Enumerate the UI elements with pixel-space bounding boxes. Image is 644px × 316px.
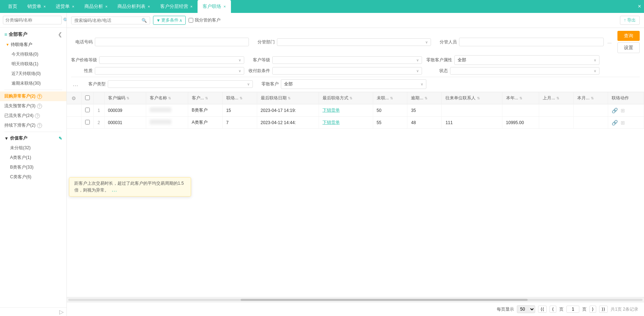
scrollbar-thumb[interactable] xyxy=(241,299,528,301)
payment-select[interactable]: ∨ xyxy=(272,67,422,75)
window-close-button[interactable]: × xyxy=(638,3,641,10)
sidebar-all-customers[interactable]: ≡ 全部客户 ❮ xyxy=(0,29,66,40)
gear-icon[interactable]: ⚙ xyxy=(71,95,76,101)
sidebar-item-tomorrow[interactable]: 明天待联络(1) xyxy=(1,59,66,69)
th-settings[interactable]: ⚙ xyxy=(67,92,81,104)
sort-icon-this-year[interactable]: ⇅ xyxy=(519,96,522,100)
row2-select-checkbox[interactable] xyxy=(85,120,90,124)
sort-icon[interactable]: ⇅ xyxy=(126,96,129,100)
sidebar-search-input[interactable] xyxy=(3,16,62,24)
sidebar-expand-icon[interactable]: ▷ xyxy=(59,308,64,315)
sidebar-item-ungroup[interactable]: 未分组(32) xyxy=(0,143,66,153)
row2-checkbox[interactable] xyxy=(81,117,93,129)
retail-attr-select[interactable]: 全部 ∨ xyxy=(454,55,599,65)
last-page-button[interactable]: ⟩⟩ xyxy=(599,306,608,313)
nav-home[interactable]: 首页 xyxy=(3,0,22,13)
sort-icon-last-month[interactable]: ⇅ xyxy=(556,96,559,100)
row1-select-checkbox[interactable] xyxy=(85,108,90,112)
retail-select[interactable]: 全部 ∨ xyxy=(281,79,426,89)
row1-last-method[interactable]: 下销货单 xyxy=(319,104,373,117)
value-customers-header[interactable]: ▼ 价值客户 ✎ xyxy=(0,133,66,143)
sort-icon-type[interactable]: ⇅ xyxy=(205,96,208,100)
info-icon-4[interactable]: ? xyxy=(37,123,42,128)
sort-icon-unit-contacts[interactable]: ⇅ xyxy=(477,96,480,100)
export-button[interactable]: ↑ 导出 xyxy=(620,16,640,25)
customer-type-select[interactable]: ∨ xyxy=(108,80,253,88)
th-overdue[interactable]: 逾期... ⇅ xyxy=(407,92,442,104)
th-code[interactable]: 客户编码 ⇅ xyxy=(104,92,146,104)
row2-grid-icon[interactable]: ⊞ xyxy=(621,120,625,126)
settings-button[interactable]: 设置 xyxy=(617,42,640,53)
sidebar-search-icon[interactable]: 🔍 xyxy=(63,18,67,23)
sidebar-item-declining[interactable]: 持续下滑客户(2) ? xyxy=(0,121,66,130)
pending-contact-header[interactable]: ▼ 待联络客户 xyxy=(1,40,66,49)
sidebar-item-cclass[interactable]: C类客户(6) xyxy=(0,172,66,182)
sidebar-item-aclass[interactable]: A类客户(1) xyxy=(0,153,66,162)
sidebar-item-anomaly-repurchase[interactable]: 回购异常客户(2) ? xyxy=(0,91,66,101)
th-unit-contacts[interactable]: 往来单位联系人 ⇅ xyxy=(442,92,502,104)
tooltip-more-icon[interactable]: … xyxy=(111,187,117,193)
th-last-method[interactable]: 最后联络方式 ⇅ xyxy=(319,92,373,104)
nav-tab-customercontact[interactable]: 客户联络 × xyxy=(198,0,231,13)
close-purchaseorder-icon[interactable]: × xyxy=(72,0,74,13)
row2-last-method-link[interactable]: 下销货单 xyxy=(323,120,340,125)
sort-icon-this-month[interactable]: ⇅ xyxy=(591,96,594,100)
more-conditions-button[interactable]: ▼ 更多条件 ∧ xyxy=(153,16,186,25)
nav-tab-salesorder[interactable]: 销货单 × xyxy=(22,0,51,13)
first-page-button[interactable]: ⟨⟨ xyxy=(538,306,547,313)
th-last-date[interactable]: 最后联络日期 ⇅ xyxy=(257,92,319,104)
th-contact[interactable]: 联络... ⇅ xyxy=(222,92,257,104)
tooltip-trigger[interactable]: … xyxy=(73,81,78,88)
row1-link-icon[interactable]: 🔗 xyxy=(612,108,618,113)
close-productanalysis-icon[interactable]: × xyxy=(105,0,107,13)
price-grade-select[interactable]: ∨ xyxy=(99,56,244,64)
page-input[interactable] xyxy=(566,306,579,313)
close-customercontact-icon[interactable]: × xyxy=(223,0,226,13)
sidebar-item-lost[interactable]: 已流失客户(24) ? xyxy=(0,111,66,121)
sidebar-item-overdue[interactable]: 逾期未联络(30) xyxy=(1,79,66,88)
nav-tab-productanalysislist[interactable]: 商品分析列表 × xyxy=(112,0,155,13)
select-all-checkbox[interactable] xyxy=(85,95,90,100)
sort-icon-name[interactable]: ⇅ xyxy=(168,96,171,100)
prev-page-button[interactable]: ⟨ xyxy=(550,306,556,313)
th-this-year[interactable]: 本年... ⇅ xyxy=(502,92,539,104)
dept-select[interactable]: ∨ xyxy=(277,38,431,46)
row1-checkbox[interactable] xyxy=(81,104,93,117)
sidebar-item-7days[interactable]: 近7天待联络(0) xyxy=(1,69,66,79)
row2-link-icon[interactable]: 🔗 xyxy=(612,120,618,126)
sidebar-item-bclass[interactable]: B类客户(33) xyxy=(0,162,66,172)
collapse-arrow-icon[interactable]: ❮ xyxy=(58,32,62,37)
person-more-icon[interactable]: … xyxy=(607,39,612,44)
search-icon[interactable]: 🔍 xyxy=(142,18,147,23)
close-productanalysislist-icon[interactable]: × xyxy=(148,0,150,13)
search-input[interactable] xyxy=(74,18,140,23)
status-select[interactable]: ∨ xyxy=(450,67,599,75)
horizontal-scrollbar[interactable] xyxy=(67,297,644,302)
nav-tab-productanalysis[interactable]: 商品分析 × xyxy=(79,0,112,13)
nav-tab-customerlayer[interactable]: 客户分层经营 × xyxy=(155,0,198,13)
per-page-select[interactable]: 50 100 200 xyxy=(517,305,535,313)
nav-tab-purchaseorder[interactable]: 进货单 × xyxy=(51,0,79,13)
phone-input[interactable] xyxy=(95,38,249,46)
sidebar-item-lostwarning[interactable]: 流失预警客户(3) ? xyxy=(0,101,66,111)
close-salesorder-icon[interactable]: × xyxy=(43,0,46,13)
th-uncontacted[interactable]: 未联... ⇅ xyxy=(373,92,407,104)
th-this-month[interactable]: 本月... ⇅ xyxy=(574,92,608,104)
row1-last-method-link[interactable]: 下销货单 xyxy=(323,108,340,113)
next-page-button[interactable]: ⟩ xyxy=(589,306,596,313)
sort-icon-uncontacted[interactable]: ⇅ xyxy=(390,96,393,100)
close-customerlayer-icon[interactable]: × xyxy=(190,0,193,13)
info-icon[interactable]: ? xyxy=(37,94,42,99)
th-name[interactable]: 客户名称 ⇅ xyxy=(146,92,188,104)
info-icon-3[interactable]: ? xyxy=(35,113,40,118)
gender-select[interactable]: ∨ xyxy=(95,67,244,75)
row1-grid-icon[interactable]: ⊞ xyxy=(621,108,625,113)
my-customers-checkbox[interactable] xyxy=(189,18,193,23)
query-button[interactable]: 查询 xyxy=(617,31,640,41)
sort-icon-last-method[interactable]: ⇅ xyxy=(349,96,352,100)
customer-grade-select[interactable]: ∨ xyxy=(272,56,422,64)
th-checkbox[interactable] xyxy=(81,92,93,104)
sort-icon-contact[interactable]: ⇅ xyxy=(240,96,242,100)
th-last-month[interactable]: 上月... ⇅ xyxy=(539,92,574,104)
sort-icon-last-date[interactable]: ⇅ xyxy=(288,96,291,100)
